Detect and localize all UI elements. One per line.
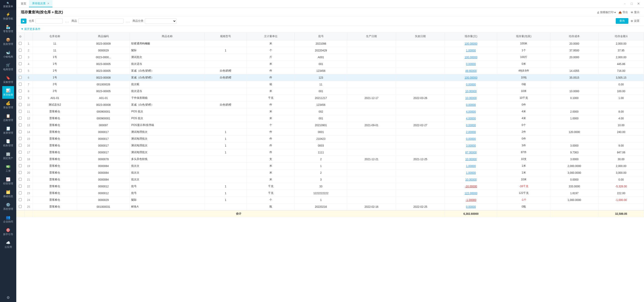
- sidebar-item-ecom[interactable]: 🛒电商管理: [2, 61, 14, 73]
- cell-checkbox[interactable]: [16, 176, 24, 183]
- cell-qty-main[interactable]: 0.00000: [445, 122, 497, 129]
- win-restore-btn[interactable]: □: [630, 1, 634, 6]
- cell-qty-main[interactable]: 1.00000: [445, 163, 497, 170]
- col-balance[interactable]: 结存金额 ℹ: [598, 33, 644, 40]
- warehouse-input[interactable]: [36, 19, 63, 24]
- tab-home[interactable]: 首页: [18, 1, 29, 7]
- cell-qty-main[interactable]: -16.00000: [445, 183, 497, 190]
- sidebar-search[interactable]: 🔍 搜索菜单: [0, 0, 16, 10]
- cell-qty-main[interactable]: 4.00000: [445, 108, 497, 115]
- cell-qty-main[interactable]: 1.00000: [445, 170, 497, 176]
- row-checkbox[interactable]: [19, 83, 22, 86]
- cell-checkbox[interactable]: [16, 142, 24, 149]
- sidebar-item-wholesale[interactable]: 📦批发管理: [2, 35, 14, 48]
- export-btn[interactable]: 📤 导出: [618, 11, 628, 14]
- row-checkbox[interactable]: [19, 123, 22, 126]
- row-checkbox[interactable]: [19, 62, 22, 65]
- row-checkbox[interactable]: [19, 89, 22, 92]
- sidebar-item-purchase[interactable]: 🔖采购管理: [2, 73, 14, 86]
- row-checkbox[interactable]: [19, 49, 22, 52]
- row-checkbox[interactable]: [19, 164, 22, 167]
- col-select[interactable]: ⊙: [16, 33, 24, 40]
- sidebar-item-nav[interactable]: ⚡ 快捷导航: [0, 10, 16, 23]
- cell-qty-main[interactable]: 100.00000: [445, 40, 497, 47]
- row-checkbox[interactable]: [19, 191, 22, 194]
- col-qty-main[interactable]: 现存量(主): [445, 33, 497, 40]
- cell-qty-main[interactable]: 10.00000: [445, 88, 497, 95]
- cell-qty-main[interactable]: 10.00000: [445, 95, 497, 101]
- row-checkbox[interactable]: [19, 117, 22, 120]
- row-checkbox[interactable]: [19, 205, 22, 208]
- cell-checkbox[interactable]: [16, 54, 24, 61]
- row-checkbox[interactable]: [19, 185, 22, 188]
- cell-qty-main[interactable]: 2.00000: [445, 129, 497, 135]
- cell-checkbox[interactable]: [16, 40, 24, 47]
- search-btn[interactable]: 查询: [616, 18, 628, 24]
- cell-qty-main[interactable]: 10.00000: [445, 176, 497, 183]
- cell-checkbox[interactable]: [16, 135, 24, 142]
- row-checkbox[interactable]: [19, 151, 22, 154]
- cell-checkbox[interactable]: [16, 190, 24, 197]
- sidebar-item-cloud[interactable]: ☁️云应用: [2, 238, 14, 251]
- cell-qty-main[interactable]: 49.60000: [445, 68, 497, 74]
- col-cost[interactable]: 结存成本: [550, 33, 598, 40]
- sidebar-item-invoice[interactable]: 🧾发票管理: [2, 124, 14, 137]
- cell-qty-main[interactable]: 4.00000: [445, 115, 497, 122]
- row-checkbox[interactable]: [19, 198, 22, 201]
- col-batch[interactable]: 批号: [295, 33, 347, 40]
- cell-qty-main[interactable]: 0.00000: [445, 61, 497, 68]
- cell-checkbox[interactable]: [16, 115, 24, 122]
- cell-qty-main[interactable]: 10.00000: [445, 156, 497, 163]
- cell-qty-main[interactable]: 0.00000: [445, 101, 497, 108]
- sidebar-item-ops[interactable]: 📈经营管理: [2, 175, 14, 188]
- tab-close-icon[interactable]: ✕: [47, 2, 49, 5]
- sidebar-item-system[interactable]: ⚙️系统管理: [2, 200, 14, 213]
- col-name[interactable]: 商品名称: [130, 33, 204, 40]
- cell-qty-main[interactable]: 0.00000: [445, 135, 497, 142]
- sidebar-item-retail[interactable]: 🏪零售管理: [2, 23, 14, 35]
- sidebar-item-general[interactable]: 📋总账管理: [2, 111, 14, 124]
- cell-checkbox[interactable]: [16, 108, 24, 115]
- cell-checkbox[interactable]: [16, 47, 24, 54]
- cell-qty-main[interactable]: 3.00000: [445, 142, 497, 149]
- row-checkbox[interactable]: [19, 171, 22, 174]
- cell-checkbox[interactable]: [16, 61, 24, 68]
- filter-expand-btn[interactable]: ▶: [21, 19, 26, 24]
- cell-qty-main[interactable]: 0.00000: [445, 203, 497, 210]
- col-qty-stock[interactable]: 现存量(包装): [497, 33, 550, 40]
- cell-qty-main[interactable]: 100.00000: [445, 54, 497, 61]
- cell-checkbox[interactable]: [16, 81, 24, 88]
- settings-panel[interactable]: ⚙ 设置: [631, 19, 640, 23]
- row-checkbox[interactable]: [19, 158, 22, 161]
- row-checkbox[interactable]: [19, 96, 22, 99]
- cell-checkbox[interactable]: [16, 170, 24, 176]
- product-input[interactable]: [78, 19, 124, 24]
- row-checkbox[interactable]: [19, 178, 22, 181]
- cell-qty-main[interactable]: -1.00000: [445, 197, 497, 203]
- cell-checkbox[interactable]: [16, 68, 24, 74]
- cell-qty-main[interactable]: 0.00000: [445, 81, 497, 88]
- print-btn[interactable]: 🖨 按模板打印 ▾: [597, 11, 616, 14]
- cell-checkbox[interactable]: [16, 197, 24, 203]
- row-checkbox[interactable]: [19, 103, 22, 106]
- row-checkbox[interactable]: [19, 137, 22, 140]
- sidebar-item-newbie[interactable]: 🎯新手引导: [2, 226, 14, 238]
- row-checkbox[interactable]: [19, 130, 22, 133]
- sidebar-item-finance[interactable]: 💰资金管理: [2, 99, 14, 111]
- cell-checkbox[interactable]: [16, 156, 24, 163]
- sidebar-item-collab[interactable]: 👥企业协同: [2, 213, 14, 226]
- sidebar-item-ecom_small[interactable]: 🐋小鲸电商: [2, 48, 14, 61]
- cell-checkbox[interactable]: [16, 88, 24, 95]
- cell-checkbox[interactable]: [16, 149, 24, 156]
- row-checkbox[interactable]: [19, 42, 22, 45]
- cell-checkbox[interactable]: [16, 163, 24, 170]
- cell-qty-main[interactable]: 87.00000: [445, 149, 497, 156]
- row-checkbox[interactable]: [19, 144, 22, 147]
- cell-checkbox[interactable]: [16, 129, 24, 135]
- row-checkbox[interactable]: [19, 56, 22, 58]
- col-prod-date[interactable]: 生产日期: [347, 33, 396, 40]
- sidebar-item-base[interactable]: 🗂️基础信息: [2, 188, 14, 200]
- cell-checkbox[interactable]: [16, 101, 24, 108]
- display-btn[interactable]: 👁 显示: [631, 11, 640, 14]
- sidebar-item-fixed_asset[interactable]: 🏢固定资产: [2, 149, 14, 162]
